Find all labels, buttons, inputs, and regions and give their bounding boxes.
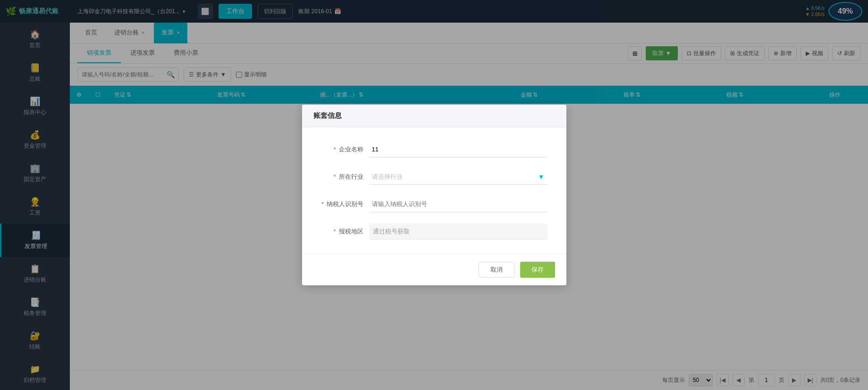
industry-label: * 所在行业 [321, 173, 363, 181]
required-star: * [334, 146, 336, 153]
tax-region-row: * 报税地区 通过税号获取 [321, 224, 548, 240]
tax-id-input[interactable] [369, 196, 548, 212]
required-star: * [334, 173, 336, 180]
dialog-title: 账套信息 [302, 105, 566, 127]
industry-placeholder: 请选择行业 [372, 173, 403, 181]
industry-arrow-icon: ▼ [538, 173, 545, 181]
required-star: * [334, 228, 336, 235]
company-name-label: * 企业名称 [321, 145, 363, 154]
required-star: * [321, 200, 324, 207]
dialog-footer: 取消 保存 [302, 254, 566, 285]
tax-region-label: * 报税地区 [321, 227, 363, 236]
account-info-dialog: 账套信息 * 企业名称 * 所在行业 请选择行业 ▼ [302, 105, 566, 285]
modal-overlay[interactable]: 账套信息 * 企业名称 * 所在行业 请选择行业 ▼ [0, 0, 868, 390]
tax-region-display: 通过税号获取 [369, 224, 548, 240]
tax-id-label: * 纳税人识别号 [321, 200, 363, 208]
company-name-input[interactable] [369, 141, 548, 158]
company-name-row: * 企业名称 [321, 141, 548, 158]
tax-id-row: * 纳税人识别号 [321, 196, 548, 212]
cancel-button[interactable]: 取消 [479, 262, 514, 278]
industry-row: * 所在行业 请选择行业 ▼ [321, 169, 548, 185]
industry-select[interactable]: 请选择行业 ▼ [369, 169, 548, 185]
save-button[interactable]: 保存 [520, 262, 555, 278]
dialog-body: * 企业名称 * 所在行业 请选择行业 ▼ * [302, 127, 566, 254]
